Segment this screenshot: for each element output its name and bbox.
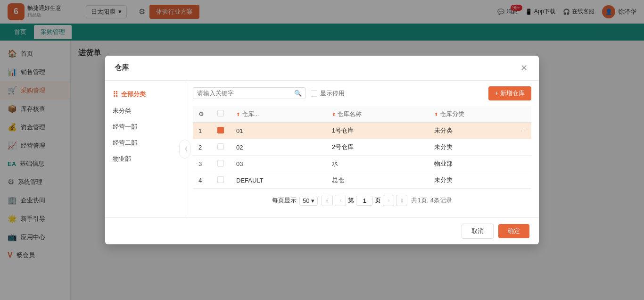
pagination: 每页显示 50 ▾ ⟪ ‹ 第 页 › ⟫ <box>193 189 531 212</box>
category-item-2[interactable]: 经营二部 <box>105 135 185 151</box>
last-page-button[interactable]: ⟫ <box>396 195 407 206</box>
row-checkbox[interactable] <box>212 122 231 139</box>
row-num: 4 <box>193 172 212 189</box>
row-code: 01 <box>231 122 326 139</box>
row-num: 2 <box>193 139 212 156</box>
page-label: 第 <box>348 196 354 205</box>
show-disabled-checkbox[interactable]: 显示停用 <box>311 89 345 98</box>
settings-icon[interactable]: ⚙ <box>198 110 204 117</box>
header-checkbox[interactable] <box>217 110 224 117</box>
category-item-1[interactable]: 经营一部 <box>105 119 185 135</box>
row-num: 1 <box>193 122 212 139</box>
search-box: 🔍 <box>193 87 306 99</box>
row-code: DEFAULT <box>231 172 326 189</box>
row-checkbox[interactable] <box>212 172 231 189</box>
sort-icon-category: ⬆ <box>434 112 438 117</box>
row-code: 02 <box>231 139 326 156</box>
dialog-overlay[interactable]: 仓库 ✕ ⠿ 全部分类 未分类 经营一部 经营二部 <box>0 0 644 300</box>
per-page-selector: 每页显示 50 ▾ <box>272 196 318 206</box>
col-name: ⬆ 仓库名称 <box>326 106 429 123</box>
dialog-body: ⠿ 全部分类 未分类 经营一部 经营二部 物业部 《 <box>105 81 539 218</box>
row-category: 物业部 <box>429 156 531 172</box>
col-settings: ⚙ <box>193 106 212 123</box>
row-name: 2号仓库 <box>326 139 429 156</box>
row-category: 未分类 ··· <box>429 123 531 139</box>
warehouse-dialog: 仓库 ✕ ⠿ 全部分类 未分类 经营一部 经营二部 <box>105 56 539 245</box>
row-actions[interactable]: ··· <box>520 127 526 134</box>
all-categories-label: 全部分类 <box>121 90 146 99</box>
next-page-button[interactable]: › <box>383 195 394 206</box>
dialog-header: 仓库 ✕ <box>105 56 539 81</box>
row-checkbox[interactable] <box>212 139 231 156</box>
table-row[interactable]: 4 DEFAULT 总仓 未分类 <box>193 172 531 189</box>
col-category-label: 仓库分类 <box>440 110 464 117</box>
grid-icon: ⠿ <box>113 90 118 99</box>
per-page-arrow: ▾ <box>311 197 314 204</box>
close-button[interactable]: ✕ <box>518 62 529 74</box>
checkbox-disabled[interactable] <box>311 90 317 97</box>
col-category: ⬆ 仓库分类 <box>429 106 531 123</box>
total-info: 共1页, 4条记录 <box>411 196 452 205</box>
table-toolbar: 🔍 显示停用 + 新增仓库 <box>193 86 531 100</box>
dialog-footer: 取消 确定 <box>105 217 539 244</box>
per-page-value: 50 <box>303 197 309 204</box>
col-code: ⬆ 仓库... <box>231 106 326 123</box>
row-code: 03 <box>231 156 326 172</box>
show-disabled-label: 显示停用 <box>320 89 345 98</box>
category-panel: ⠿ 全部分类 未分类 经营一部 经营二部 物业部 《 <box>105 81 185 218</box>
category-item-0[interactable]: 未分类 <box>105 103 185 119</box>
warehouse-table: ⚙ ⬆ 仓库... ⬆ 仓库名称 <box>193 106 531 189</box>
search-icon[interactable]: 🔍 <box>294 90 302 97</box>
table-header-row: ⚙ ⬆ 仓库... ⬆ 仓库名称 <box>193 106 531 123</box>
row-category: 未分类 <box>429 139 531 156</box>
page-end-label: 页 <box>375 196 381 205</box>
page-number-input[interactable] <box>356 196 373 206</box>
col-name-label: 仓库名称 <box>337 110 362 117</box>
row-category: 未分类 <box>429 172 531 189</box>
search-input[interactable] <box>197 90 294 97</box>
category-item-3[interactable]: 物业部 <box>105 151 185 167</box>
all-categories-button[interactable]: ⠿ 全部分类 <box>105 86 185 103</box>
table-row[interactable]: 3 03 水 物业部 <box>193 156 531 172</box>
row-name: 1号仓库 <box>326 122 429 139</box>
col-checkbox <box>212 106 231 123</box>
prev-page-button[interactable]: ‹ <box>335 195 346 206</box>
first-page-button[interactable]: ⟪ <box>322 195 333 206</box>
add-warehouse-button[interactable]: + 新增仓库 <box>488 86 531 100</box>
confirm-button[interactable]: 确定 <box>498 224 529 238</box>
dialog-title: 仓库 <box>115 63 129 72</box>
row-checkbox[interactable] <box>212 156 231 172</box>
page-navigation: ⟪ ‹ 第 页 › ⟫ <box>322 195 407 206</box>
table-panel: 🔍 显示停用 + 新增仓库 ⚙ <box>185 81 539 218</box>
per-page-label: 每页显示 <box>272 196 297 205</box>
row-num: 3 <box>193 156 212 172</box>
sort-icon-name: ⬆ <box>332 112 336 117</box>
cancel-button[interactable]: 取消 <box>462 224 494 239</box>
col-code-label: 仓库... <box>242 110 259 117</box>
sort-icon-code: ⬆ <box>236 112 240 117</box>
row-name: 总仓 <box>326 172 429 189</box>
row-name: 水 <box>326 156 429 172</box>
table-row[interactable]: 2 02 2号仓库 未分类 <box>193 139 531 156</box>
table-row[interactable]: 1 01 1号仓库 未分类 ··· <box>193 122 531 139</box>
collapse-panel-button[interactable]: 《 <box>179 140 190 158</box>
per-page-select[interactable]: 50 ▾ <box>299 196 318 206</box>
